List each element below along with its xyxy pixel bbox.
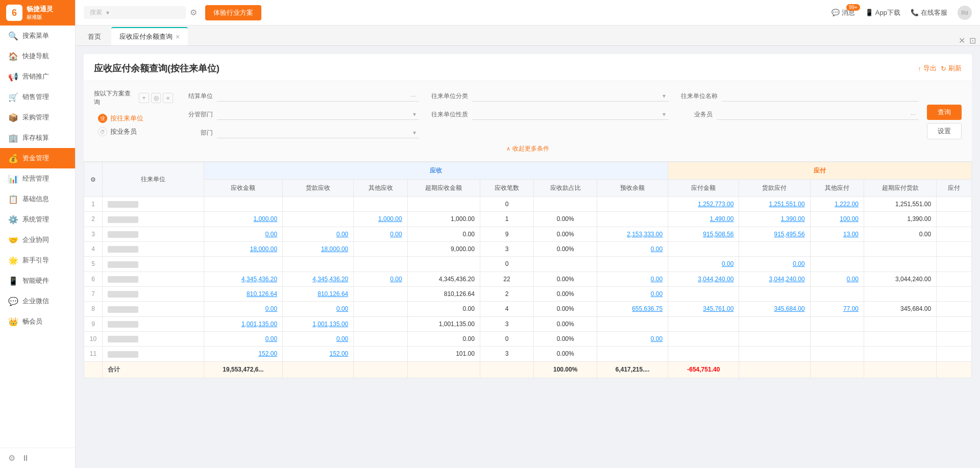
filter-by-salesperson[interactable]: ⏱ 按业务员 <box>94 125 173 138</box>
row-receivable: 1,001,135.00 <box>204 316 282 331</box>
customer-name-input[interactable] <box>725 92 916 100</box>
row-customer <box>103 316 204 331</box>
sidebar-item-finance[interactable]: 💰资金管理 <box>0 148 75 168</box>
refresh-button[interactable]: ↻ 刷新 <box>941 64 962 73</box>
gear-icon[interactable]: ⚙ <box>190 8 197 17</box>
row-receivable <box>204 257 282 272</box>
dept-input[interactable] <box>220 111 413 118</box>
row-customer <box>103 257 204 272</box>
sidebar-item-enterprise-collab[interactable]: 🤝企业协同 <box>0 230 75 250</box>
customer-category-input[interactable] <box>475 92 663 100</box>
sidebar-item-system[interactable]: ⚙️系统管理 <box>0 209 75 230</box>
user-avatar[interactable]: Rit <box>958 6 972 20</box>
row-overdue-recv: 0.00 <box>407 331 480 346</box>
row-no: 11 <box>84 347 103 361</box>
dept-arrow-icon[interactable]: ▾ <box>413 111 416 118</box>
notification-item[interactable]: 💬 消息 99+ <box>831 8 855 17</box>
marketing-icon: 📢 <box>8 71 18 82</box>
sidebar-item-operations[interactable]: 📊经营管理 <box>0 168 75 189</box>
salesperson-dots-icon[interactable]: ··· <box>911 111 916 118</box>
sidebar-item-search-menu[interactable]: 🔍搜索菜单 <box>0 26 75 46</box>
col-other-pay: 其他应付 <box>810 180 864 197</box>
row-pay2 <box>937 257 972 272</box>
header-breadcrumb[interactable]: 搜索 ▾ <box>84 6 186 19</box>
row-loan-recv: 0.00 <box>283 227 354 241</box>
hardware-icon: 📱 <box>8 276 18 286</box>
col-settings-header[interactable]: ⚙ <box>84 162 103 197</box>
nature-arrow-icon[interactable]: ▾ <box>663 111 666 118</box>
row-overdue-pay <box>864 316 937 331</box>
collapse-icon: ∧ <box>506 145 510 152</box>
sidebar-item-inventory[interactable]: 🏢库存核算 <box>0 128 75 148</box>
row-overdue-recv: 4,345,436.20 <box>407 272 480 286</box>
row-other-pay: 77.00 <box>810 302 864 316</box>
row-other-pay <box>810 316 864 331</box>
sidebar-item-basic-info[interactable]: 📋基础信息 <box>0 189 75 209</box>
customer-nature-input[interactable] <box>475 111 663 118</box>
tab-close-icon[interactable]: × <box>176 33 180 41</box>
sidebar-item-marketing[interactable]: 📢营销推广 <box>0 66 75 87</box>
header: 搜索 ▾ ⚙ 体验行业方案 💬 消息 99+ 📱 App下载 📞 在线客服 Ri… <box>76 0 980 26</box>
trial-button[interactable]: 体验行业方案 <box>205 5 261 20</box>
notification-icon: 💬 <box>831 9 840 16</box>
salesperson-input[interactable] <box>720 111 911 118</box>
sidebar-item-guide[interactable]: 🌟新手引导 <box>0 250 75 270</box>
collapse-scheme-icon[interactable]: « <box>163 93 173 103</box>
row-loan-recv: 810,126.64 <box>283 286 354 301</box>
row-recv-count: 3 <box>480 241 533 256</box>
settings-footer-icon[interactable]: ⚙ <box>8 453 15 463</box>
row-overdue-pay: 1,390.00 <box>864 212 937 227</box>
settlement-unit-input[interactable] <box>220 92 411 100</box>
sub-dept-input[interactable] <box>220 129 413 136</box>
search-icon: 🔍 <box>8 31 18 41</box>
row-other-pay: 13.00 <box>810 227 864 241</box>
settings-button[interactable]: 设置 <box>927 123 962 139</box>
row-overdue-recv: 101.00 <box>407 347 480 361</box>
table-footer: 合计 19,553,472,6... 100.00% 6,417,215....… <box>84 361 972 378</box>
sidebar-item-enterprise-wechat[interactable]: 💬企业微信 <box>0 291 75 311</box>
export-button[interactable]: ↑ 导出 <box>918 64 937 73</box>
sidebar-item-quick-nav[interactable]: 🏠快捷导航 <box>0 46 75 66</box>
footer-payable: -654,751.40 <box>668 361 739 378</box>
select-arrow-icon[interactable]: ▾ <box>663 92 666 100</box>
row-other-recv <box>354 347 407 361</box>
header-right: 💬 消息 99+ 📱 App下载 📞 在线客服 Rit <box>831 6 972 20</box>
row-payable <box>668 316 739 331</box>
finance-icon: 💰 <box>8 153 18 163</box>
breadcrumb-text: 搜索 <box>90 8 102 17</box>
tab-home[interactable]: 首页 <box>80 28 109 45</box>
row-overdue-recv: 1,001,135.00 <box>407 316 480 331</box>
add-scheme-icon[interactable]: + <box>139 93 149 103</box>
customer-service-item[interactable]: 📞 在线客服 <box>911 8 947 17</box>
row-loan-pay <box>739 347 810 361</box>
tab-close-window-icon[interactable]: ✕ <box>959 36 965 45</box>
sidebar-item-sales[interactable]: 🛒销售管理 <box>0 87 75 107</box>
collapse-footer-icon[interactable]: ⏸ <box>21 454 30 463</box>
row-overdue-recv: 9,000.00 <box>407 241 480 256</box>
table-settings-icon[interactable]: ⚙ <box>90 176 96 183</box>
row-pay2 <box>937 197 972 212</box>
query-button[interactable]: 查询 <box>927 105 962 120</box>
row-pay2 <box>937 212 972 227</box>
filter-by-customer[interactable]: 业 按往来单位 <box>94 112 173 125</box>
customer-service-label: 在线客服 <box>921 8 947 17</box>
footer-settings-cell <box>84 361 103 378</box>
row-prepaid <box>597 197 668 212</box>
dots-icon[interactable]: ··· <box>411 92 416 100</box>
search-fields-grid: 结算单位 ··· 往来单位分类 ▾ 往来单位 <box>181 89 919 139</box>
edit-scheme-icon[interactable]: ◎ <box>151 93 161 103</box>
more-conditions[interactable]: ∧ 收起更多条件 <box>94 144 962 153</box>
sidebar-item-member[interactable]: 👑畅会员 <box>0 311 75 332</box>
row-pay2 <box>937 347 972 361</box>
sidebar-item-smart-hardware[interactable]: 📱智能硬件 <box>0 270 75 291</box>
row-other-recv <box>354 331 407 346</box>
tab-receivable[interactable]: 应收应付余额查询 × <box>111 27 188 45</box>
col-loan-recv: 货款应收 <box>283 180 354 197</box>
sub-dept-arrow-icon[interactable]: ▾ <box>413 129 416 136</box>
row-prepaid: 0.00 <box>597 272 668 286</box>
row-pay2 <box>937 286 972 301</box>
tab-maximize-icon[interactable]: ⊡ <box>969 36 976 45</box>
edition-label: 标准版 <box>27 14 53 21</box>
app-download-item[interactable]: 📱 App下载 <box>865 8 900 17</box>
sidebar-item-purchase[interactable]: 📦采购管理 <box>0 107 75 128</box>
